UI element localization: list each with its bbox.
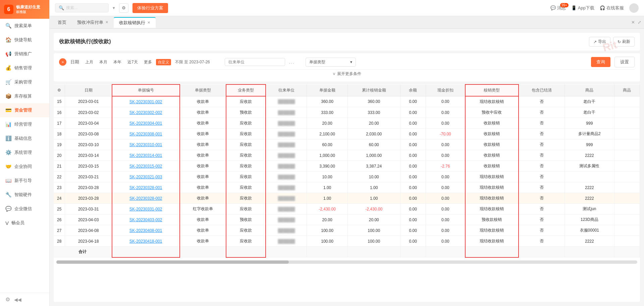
settings-icon[interactable]: ⚙ <box>5 296 10 303</box>
cell-date: 2023-03-10 <box>65 139 112 150</box>
cell-code[interactable]: SK-20230308-001 <box>112 129 180 139</box>
cell-product1: 123D商品 <box>565 215 614 225</box>
sidebar-item-新手引导[interactable]: 📖新手引导 <box>0 174 49 188</box>
th-included[interactable]: 包含已结清 <box>519 84 565 96</box>
table-row[interactable]: 22 2023-03-21 SK-20230321-003 收款单 应收款 ██… <box>54 172 640 182</box>
table-row[interactable]: 19 2023-03-10 SK-20230310-001 收款单 应收款 ██… <box>54 139 640 150</box>
sidebar-item-营销推广[interactable]: 📢营销推广 <box>0 47 49 61</box>
cell-code[interactable]: SK-20230408-001 <box>112 225 180 236</box>
online-support-button[interactable]: 🎧 在线客服 <box>600 5 624 11</box>
cell-code[interactable]: SK-20230310-001 <box>112 139 180 150</box>
cell-code[interactable]: SK-20230301-002 <box>112 96 180 107</box>
th-biz-type[interactable]: 业务类型 <box>226 84 266 96</box>
table-settings-button[interactable]: 设置 <box>614 57 635 67</box>
sidebar-item-快捷导航[interactable]: 🏠快捷导航 <box>0 33 49 47</box>
horizontal-scrollbar[interactable] <box>56 260 637 264</box>
cell-code[interactable]: SK-20230304-001 <box>112 118 180 129</box>
dropdown-arrow[interactable]: ▾ <box>113 5 115 10</box>
sidebar-item-系统管理[interactable]: ⚙️系统管理 <box>0 145 49 160</box>
partner-filter-input[interactable] <box>225 58 285 66</box>
bill-type-select[interactable]: 单据类型 ▾ <box>306 58 356 67</box>
last-month-btn[interactable]: 上月 <box>83 59 95 66</box>
cell-code[interactable]: SK-20230315-002 <box>112 161 180 172</box>
table-row[interactable]: 24 2023-03-28 SK-20230328-002 收款单 应收款 ██… <box>54 193 640 204</box>
cell-date: 2023-03-21 <box>65 172 112 182</box>
table-row[interactable]: 17 2023-03-04 SK-20230304-001 收款单 应收款 ██… <box>54 118 640 129</box>
th-partner[interactable]: 往来单位 <box>266 84 307 96</box>
table-row[interactable]: 27 2023-04-08 SK-20230408-001 收款单 应收款 ██… <box>54 225 640 236</box>
th-accum[interactable]: 累计核销金额 <box>347 84 400 96</box>
more-date-btn[interactable]: 更多 <box>142 59 154 66</box>
query-button[interactable]: 查询 <box>591 57 610 67</box>
th-index[interactable]: ⚙ <box>54 84 65 96</box>
table-row[interactable]: 20 2023-03-14 SK-20230314-001 收款单 应收款 ██… <box>54 150 640 161</box>
cell-code[interactable]: SK-20230328-001 <box>112 182 180 193</box>
table-row[interactable]: 26 2023-04-03 SK-20230403-002 收款单 预收款 ██… <box>54 215 640 225</box>
th-date[interactable]: 日期 <box>65 84 112 96</box>
app-download-button[interactable]: 📱 App下载 <box>571 5 594 11</box>
sidebar-item-畅会员[interactable]: V畅会员 <box>0 216 49 230</box>
th-code[interactable]: 单据编号 <box>112 84 180 96</box>
sidebar-item-企业微信[interactable]: 💬企业微信 <box>0 202 49 216</box>
tab-收款核销执行[interactable]: 收款核销执行✕ <box>114 17 156 28</box>
scrollbar-thumb[interactable] <box>56 260 289 264</box>
settings-col-icon[interactable]: ⚙ <box>57 88 61 93</box>
table-row[interactable]: 18 2023-03-08 SK-20230308-001 收款单 应收款 ██… <box>54 129 640 139</box>
collapse-icon[interactable]: ◀◀ <box>14 297 21 302</box>
sidebar-item-智能硬件[interactable]: 🔧智能硬件 <box>0 188 49 202</box>
th-balance[interactable]: 余额 <box>400 84 426 96</box>
cell-accum: 1,000.00 <box>347 150 400 161</box>
sidebar-item-资金管理[interactable]: 💳资金管理 <box>0 103 49 117</box>
tab-预收冲应付单[interactable]: 预收冲应付单✕ <box>72 17 114 28</box>
table-row[interactable]: 16 2023-03-02 SK-20230302-002 收款单 预收款 ██… <box>54 107 640 118</box>
expand-filter-button[interactable]: » <box>59 58 66 66</box>
messages-button[interactable]: 💬 消息 99+ <box>550 5 566 11</box>
table-row[interactable]: 28 2023-04-18 SK-20230418-001 收款单 应收款 ██… <box>54 236 640 247</box>
table-row[interactable]: 25 2023-03-31 SK-20230331-002 红字收款单 应收款 … <box>54 204 640 215</box>
sidebar-item-库存核算[interactable]: 📦库存核算 <box>0 89 49 103</box>
th-discount[interactable]: 现金折扣 <box>426 84 465 96</box>
sidebar-item-经营管理[interactable]: 📊经营管理 <box>0 117 49 131</box>
cell-code[interactable]: SK-20230328-002 <box>112 193 180 204</box>
cell-code[interactable]: SK-20230302-002 <box>112 107 180 118</box>
th-write-off-type[interactable]: 核销类型 <box>465 84 519 96</box>
sidebar-item-采购管理[interactable]: 🛒采购管理 <box>0 75 49 89</box>
cell-code[interactable]: SK-20230314-001 <box>112 150 180 161</box>
custom-date-btn[interactable]: 自定义 <box>156 59 171 65</box>
cell-code[interactable]: SK-20230403-002 <box>112 215 180 225</box>
th-bill-type[interactable]: 单据类型 <box>180 84 226 96</box>
table-row[interactable]: 15 2023-03-01 SK-20230301-002 收款单 应收款 ██… <box>54 96 640 107</box>
cell-included: 否 <box>519 193 565 204</box>
cell-code[interactable]: SK-20230418-001 <box>112 236 180 247</box>
tab-close-icon[interactable]: ✕ <box>105 20 108 24</box>
topbar-search[interactable]: 🔍 搜索... <box>55 3 109 12</box>
cell-included: 否 <box>519 172 565 182</box>
sidebar-item-基础信息[interactable]: ℹ️基础信息 <box>0 131 49 145</box>
cell-balance: 0.00 <box>400 96 426 107</box>
maximize-icon[interactable]: ⤢ <box>638 20 641 25</box>
cell-partner: ██████ <box>266 107 307 118</box>
export-button[interactable]: ↗ 导出 <box>589 37 610 47</box>
cell-code[interactable]: SK-20230321-003 <box>112 172 180 182</box>
this-year-btn[interactable]: 本年 <box>111 59 123 66</box>
last-7days-btn[interactable]: 近7天 <box>125 59 140 66</box>
tab-close-icon[interactable]: ✕ <box>147 20 150 25</box>
sidebar-item-销售管理[interactable]: 💰销售管理 <box>0 61 49 75</box>
th-product2[interactable]: 商品 <box>614 84 640 96</box>
cell-write-off: 现结收款核销 <box>465 182 519 193</box>
sidebar-item-企业协同[interactable]: 🤝企业协同 <box>0 160 49 174</box>
expand-conditions-btn[interactable]: ∨ 展开更多条件 <box>59 69 635 78</box>
th-amount[interactable]: 单据金额 <box>307 84 347 96</box>
cell-code[interactable]: SK-20230331-002 <box>112 204 180 215</box>
th-product1[interactable]: 商品 <box>565 84 614 96</box>
refresh-button[interactable]: ↻ 刷新 <box>613 37 635 47</box>
solution-button[interactable]: 体验行业方案 <box>132 3 168 13</box>
user-avatar[interactable] <box>629 3 639 13</box>
sidebar-item-搜索菜单[interactable]: 🔍搜索菜单 <box>0 19 49 33</box>
gear-button[interactable]: ⚙ <box>119 3 128 13</box>
table-row[interactable]: 21 2023-03-15 SK-20230315-002 收款单 应收款 ██… <box>54 161 640 172</box>
tab-首页[interactable]: 首页 <box>52 17 72 28</box>
table-row[interactable]: 23 2023-03-28 SK-20230328-001 收款单 应收款 ██… <box>54 182 640 193</box>
close-all-icon[interactable]: ✕ <box>631 20 635 25</box>
this-month-btn[interactable]: 本月 <box>97 59 109 66</box>
